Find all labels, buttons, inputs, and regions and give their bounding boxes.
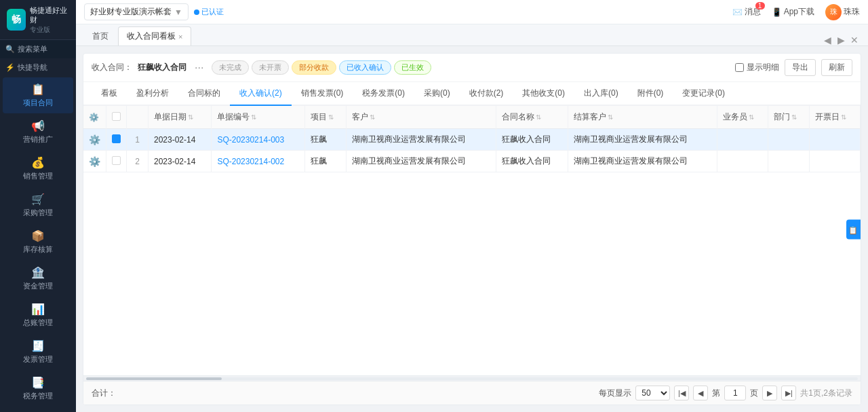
page-label-2: 页 xyxy=(750,388,758,399)
status-btn-uninvoiced[interactable]: 未开票 xyxy=(252,60,289,75)
sidebar-item-sales[interactable]: 💰 销售管理 xyxy=(3,151,73,187)
page-number-input[interactable] xyxy=(724,386,746,400)
sub-tab-attachments[interactable]: 附件(0) xyxy=(628,82,673,106)
show-detail-checkbox[interactable]: 显示明细 xyxy=(735,62,779,73)
col-header-open-date[interactable]: 开票日⇅ xyxy=(809,106,860,129)
select-all-checkbox[interactable] xyxy=(112,112,121,121)
sidebar-item-invoice[interactable]: 🧾 发票管理 xyxy=(3,334,73,370)
app-download-button[interactable]: 📱 App下载 xyxy=(772,6,814,18)
certified-dot xyxy=(194,10,199,15)
col-header-settle-customer[interactable]: 结算客户⇅ xyxy=(568,106,717,129)
row-checkbox[interactable] xyxy=(112,134,121,143)
status-btn-effective[interactable]: 已生效 xyxy=(394,60,431,75)
row-code-link[interactable]: SQ-20230214-003 xyxy=(217,135,284,145)
col-header-date[interactable]: 单据日期⇅ xyxy=(149,106,212,129)
quick-nav-button[interactable]: ⚡ 快捷导航 xyxy=(0,58,76,77)
company-selector[interactable]: 好业财专业版演示帐套 ▼ xyxy=(84,3,189,20)
sidebar-item-fixed-assets[interactable]: 🏢 固定资产 xyxy=(3,407,73,412)
sub-tab-contract-standard[interactable]: 合同标的 xyxy=(178,82,230,106)
user-profile[interactable]: 珠 珠珠 xyxy=(825,4,860,20)
sidebar-item-marketing[interactable]: 📢 营销推广 xyxy=(3,114,73,150)
table-row[interactable]: ⚙️22023-02-14SQ-20230214-002狂飙湖南卫视商业运营发展… xyxy=(83,151,861,172)
sort-icon-department[interactable]: ⇅ xyxy=(791,113,797,121)
gear-settings-icon[interactable]: ⚙️ xyxy=(89,113,99,122)
sub-tab-payment[interactable]: 收付款(2) xyxy=(460,82,513,106)
col-header-customer[interactable]: 客户⇅ xyxy=(347,106,496,129)
sidebar-item-inventory[interactable]: 📦 库存核算 xyxy=(3,224,73,260)
sub-tab-change-log[interactable]: 变更记录(0) xyxy=(673,82,734,106)
app-name: 畅捷通好业财 xyxy=(30,5,69,25)
window-controls: ◀ ▶ ✕ xyxy=(822,35,860,45)
sub-tab-profit[interactable]: 盈利分析 xyxy=(127,82,178,106)
sort-icon-open-date[interactable]: ⇅ xyxy=(841,113,846,121)
page-size-selector[interactable]: 2050100200 xyxy=(635,386,670,400)
row-checkbox[interactable] xyxy=(112,156,121,165)
nav-next-button[interactable]: ▶ xyxy=(835,35,846,45)
col-header-project[interactable]: 项目⇅ xyxy=(305,106,347,129)
show-detail-input[interactable] xyxy=(735,63,744,72)
last-page-button[interactable]: ▶| xyxy=(781,386,796,400)
tab-home[interactable]: 首页 xyxy=(84,27,117,45)
sort-icon-project[interactable]: ⇅ xyxy=(328,113,334,121)
tab-close-icon[interactable]: × xyxy=(178,33,182,41)
horizontal-scrollbar[interactable] xyxy=(83,375,861,381)
sort-icon-code[interactable]: ⇅ xyxy=(251,113,256,121)
sidebar-icon-project-contract: 📋 xyxy=(31,83,45,96)
sort-icon-salesperson[interactable]: ⇅ xyxy=(749,113,754,121)
status-btn-unfinished[interactable]: 未完成 xyxy=(212,60,249,75)
cell-customer: 湖南卫视商业运营发展有限公司 xyxy=(347,129,496,151)
tab-income-contract[interactable]: 收入合同看板 × xyxy=(118,26,191,45)
sub-tab-warehouse[interactable]: 出入库(0) xyxy=(574,82,628,106)
search-menu-button[interactable]: 🔍 搜索菜单 xyxy=(0,40,76,58)
col-header-contract-name[interactable]: 合同名称⇅ xyxy=(496,106,568,129)
row-gear-icon[interactable]: ⚙️ xyxy=(89,156,100,167)
table-row[interactable]: ⚙️12023-02-14SQ-20230214-003狂飙湖南卫视商业运营发展… xyxy=(83,129,861,151)
row-code-link[interactable]: SQ-20230214-002 xyxy=(217,157,284,166)
sort-icon-customer[interactable]: ⇅ xyxy=(370,113,375,121)
refresh-button[interactable]: 刷新 xyxy=(821,59,852,76)
prev-page-button[interactable]: ◀ xyxy=(693,386,708,400)
sort-icon-date[interactable]: ⇅ xyxy=(188,113,193,121)
message-icon: ✉️ xyxy=(732,7,743,17)
sidebar-item-project-contract[interactable]: 📋 项目合同 xyxy=(3,77,73,113)
sub-tab-purchase[interactable]: 采购(0) xyxy=(414,82,460,106)
message-badge: 1 xyxy=(755,2,765,10)
sidebar-item-general[interactable]: 📊 总账管理 xyxy=(3,297,73,333)
row-gear-icon[interactable]: ⚙️ xyxy=(89,134,100,145)
col-header-code[interactable]: 单据编号⇅ xyxy=(212,106,305,129)
more-options-button[interactable]: ··· xyxy=(192,62,206,74)
message-button[interactable]: ✉️ 1 消息 xyxy=(732,6,761,18)
next-page-button[interactable]: ▶ xyxy=(762,386,777,400)
scrollbar-thumb[interactable] xyxy=(86,377,222,380)
sort-icon-settle-customer[interactable]: ⇅ xyxy=(608,113,613,121)
app-edition: 专业版 xyxy=(30,25,69,34)
first-page-button[interactable]: |◀ xyxy=(674,386,689,400)
sub-tab-other-income[interactable]: 其他收支(0) xyxy=(513,82,574,106)
nav-prev-button[interactable]: ◀ xyxy=(822,35,833,45)
sidebar-label-general: 总账管理 xyxy=(23,318,53,328)
cell-settle-customer: 湖南卫视商业运营发展有限公司 xyxy=(568,151,717,172)
status-btn-confirmed[interactable]: 已收入确认 xyxy=(339,60,391,75)
sidebar-item-capital[interactable]: 🏦 资金管理 xyxy=(3,261,73,297)
data-table-container[interactable]: ⚙️单据日期⇅单据编号⇅项目⇅客户⇅合同名称⇅结算客户⇅业务员⇅部门⇅开票日⇅ … xyxy=(83,106,861,375)
sub-tab-tax-invoice[interactable]: 税务发票(0) xyxy=(353,82,414,106)
cell-gear: ⚙️ xyxy=(83,129,106,151)
window-close-button[interactable]: ✕ xyxy=(849,35,860,45)
export-button[interactable]: 导出 xyxy=(785,59,816,76)
sidebar-item-purchase[interactable]: 🛒 采购管理 xyxy=(3,187,73,223)
sub-tab-kanban[interactable]: 看板 xyxy=(92,82,127,106)
sub-tab-income-confirm[interactable]: 收入确认(2) xyxy=(230,82,292,106)
sort-icon-contract-name[interactable]: ⇅ xyxy=(536,113,541,121)
cell-select xyxy=(106,151,127,172)
sidebar-label-purchase: 采购管理 xyxy=(23,208,53,218)
show-detail-label: 显示明细 xyxy=(747,62,779,73)
col-header-salesperson[interactable]: 业务员⇅ xyxy=(717,106,768,129)
status-btn-partial-received[interactable]: 部分收款 xyxy=(292,60,336,75)
sub-tab-sales-invoice[interactable]: 销售发票(0) xyxy=(292,82,353,106)
contract-title-text: 狂飙收入合同 xyxy=(138,62,186,73)
active-tab-label: 收入合同看板 xyxy=(127,31,176,42)
sidebar-item-tax[interactable]: 📑 税务管理 xyxy=(3,371,73,407)
sidebar-icon-invoice: 🧾 xyxy=(31,339,45,352)
quick-panel-button[interactable]: 📋 xyxy=(846,219,861,239)
col-header-department[interactable]: 部门⇅ xyxy=(768,106,810,129)
